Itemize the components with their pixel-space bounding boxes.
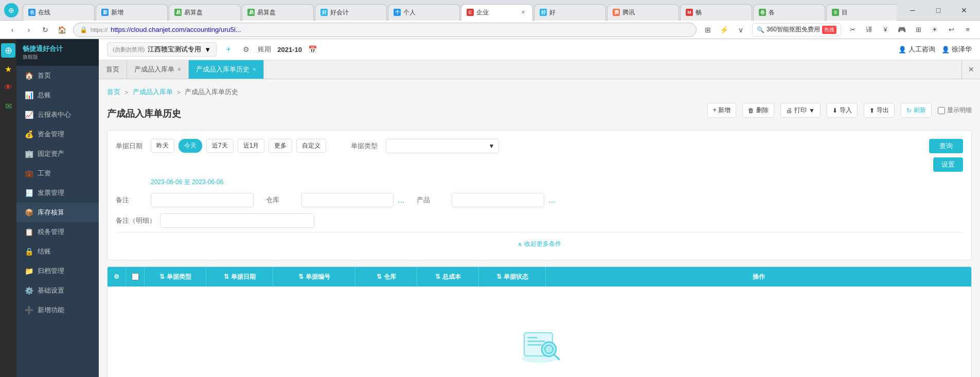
show-detail-checkbox[interactable] bbox=[938, 107, 945, 114]
browser-tab-t2[interactable]: 新 新增 bbox=[96, 4, 168, 21]
browser-tab-t12[interactable]: S 目 bbox=[826, 4, 897, 21]
sidebar-item-reports[interactable]: 📈 云报表中心 bbox=[16, 105, 99, 124]
company-selector[interactable]: (勿删勿禁用) 江西赣宝测试专用 ▼ bbox=[107, 42, 217, 57]
brightness-icon[interactable]: ☀ bbox=[928, 23, 942, 37]
browser-tab-t1[interactable]: 在 在线 bbox=[23, 4, 95, 21]
minimize-button[interactable]: ─ bbox=[901, 3, 924, 17]
sidebar-item-home[interactable]: 🏠 首页 bbox=[16, 66, 99, 85]
today-btn[interactable]: 今天 bbox=[179, 139, 202, 153]
browser-tab-t5[interactable]: 好 好会计 bbox=[315, 4, 387, 21]
reload-button[interactable]: ↻ bbox=[38, 23, 52, 37]
delete-button[interactable]: 🗑 删除 bbox=[742, 103, 774, 118]
more-icon[interactable]: ≡ bbox=[960, 23, 975, 37]
url-bar[interactable]: 🔒 https:// https://cloud.chanjet.com/acc… bbox=[73, 23, 697, 37]
sidebar-item-payroll[interactable]: 💼 工资 bbox=[16, 164, 99, 183]
select-all-checkbox[interactable] bbox=[132, 273, 139, 280]
grid-icon[interactable]: ⊞ bbox=[701, 23, 715, 37]
translate-icon[interactable]: 译 bbox=[862, 23, 876, 37]
browser-tab-t8[interactable]: 好 好 bbox=[534, 4, 606, 21]
refresh-button[interactable]: ↻ 刷新 bbox=[901, 103, 932, 118]
sidebar-item-more[interactable]: ➕ 新增功能 bbox=[16, 300, 99, 320]
query-button[interactable]: 查询 bbox=[929, 139, 963, 153]
calendar-icon[interactable]: 📅 bbox=[308, 45, 317, 53]
sidebar-item-assets[interactable]: 🏢 固定资产 bbox=[16, 144, 99, 164]
currency-icon[interactable]: ¥ bbox=[878, 23, 893, 37]
yesterday-btn[interactable]: 昨天 bbox=[151, 139, 174, 153]
browser-tab-t4[interactable]: 易 易算盘 bbox=[242, 4, 314, 21]
sidebar-app-icon-3[interactable]: 👁 bbox=[1, 80, 15, 95]
home-button[interactable]: 🏠 bbox=[55, 23, 69, 37]
sidebar-app-icon-4[interactable]: ✉ bbox=[1, 99, 15, 113]
browser-tab-t6[interactable]: 个 个人 bbox=[388, 4, 460, 21]
sidebar-item-closing[interactable]: 🔒 结账 bbox=[16, 242, 99, 261]
new-button[interactable]: + 新增 bbox=[707, 103, 736, 118]
th-cost[interactable]: ⇅ 总成本 bbox=[417, 267, 479, 286]
show-detail-toggle[interactable]: 显示明细 bbox=[938, 106, 972, 115]
consult-link[interactable]: 👤 人工咨询 bbox=[898, 45, 935, 54]
close-all-tabs-button[interactable]: × bbox=[961, 60, 980, 79]
page-tab-list[interactable]: 产成品入库单 × bbox=[127, 60, 189, 79]
th-status[interactable]: ⇅ 单据状态 bbox=[479, 267, 546, 286]
sidebar-item-fund[interactable]: 💰 资金管理 bbox=[16, 124, 99, 144]
note-input[interactable] bbox=[151, 193, 254, 207]
detail-note-input[interactable] bbox=[160, 213, 314, 228]
th-warehouse-label: 仓库 bbox=[384, 273, 396, 281]
sidebar-app-icon-1[interactable]: ⊕ bbox=[1, 43, 15, 58]
th-number[interactable]: ⇅ 单据编号 bbox=[273, 267, 355, 286]
th-date[interactable]: ⇅ 单据日期 bbox=[206, 267, 273, 286]
sidebar-app-icon-2[interactable]: ★ bbox=[1, 62, 15, 76]
th-type[interactable]: ⇅ 单据类型 bbox=[145, 267, 206, 286]
user-profile[interactable]: 👤 徐泽华 bbox=[941, 45, 972, 54]
th-warehouse[interactable]: ⇅ 仓库 bbox=[355, 267, 417, 286]
undo-icon[interactable]: ↩ bbox=[944, 23, 958, 37]
th-gear[interactable]: ⚙ bbox=[108, 267, 126, 286]
search-bar-360[interactable]: 🔍 360智能抠图免费用 热搜 bbox=[752, 23, 841, 37]
collapse-button[interactable]: ∧ 收起更多条件 bbox=[116, 237, 963, 252]
warehouse-input[interactable] bbox=[301, 193, 394, 207]
th-checkbox[interactable] bbox=[126, 267, 145, 286]
th-type-label: 单据类型 bbox=[167, 273, 191, 281]
print-button[interactable]: 🖨 打印 ▼ bbox=[780, 103, 821, 118]
warehouse-dots-icon[interactable]: ... bbox=[398, 195, 404, 205]
breadcrumb-list-link[interactable]: 产成品入库单 bbox=[133, 87, 173, 97]
back-button[interactable]: ‹ bbox=[5, 23, 20, 37]
month-btn[interactable]: 近1月 bbox=[238, 139, 265, 153]
more-date-btn[interactable]: 更多 bbox=[269, 139, 292, 153]
week-btn[interactable]: 近7天 bbox=[206, 139, 234, 153]
sidebar-item-archive[interactable]: 📁 归档管理 bbox=[16, 261, 99, 281]
sidebar-item-inventory[interactable]: 📦 库存核算 bbox=[16, 203, 99, 222]
sidebar-item-settings[interactable]: ⚙️ 基础设置 bbox=[16, 281, 99, 300]
page-tab-list-close-icon[interactable]: × bbox=[177, 66, 181, 73]
sidebar-item-invoice[interactable]: 🧾 发票管理 bbox=[16, 183, 99, 203]
type-select[interactable]: ▼ bbox=[386, 139, 499, 153]
close-button[interactable]: ✕ bbox=[952, 3, 976, 17]
tab-close-icon[interactable]: × bbox=[519, 8, 527, 16]
product-input[interactable] bbox=[452, 193, 544, 207]
maximize-button[interactable]: □ bbox=[926, 3, 950, 17]
page-tab-home[interactable]: 首页 bbox=[99, 60, 127, 79]
add-company-button[interactable]: + bbox=[223, 44, 234, 55]
browser-tab-t10[interactable]: M 畅 bbox=[680, 4, 752, 21]
tab-favicon: 各 bbox=[759, 9, 766, 16]
page-tab-history[interactable]: 产成品入库单历史 × bbox=[189, 60, 264, 79]
browser-tab-t7[interactable]: C 企业 × bbox=[461, 4, 533, 21]
product-dots-icon[interactable]: ... bbox=[548, 195, 555, 205]
breadcrumb-home-link[interactable]: 首页 bbox=[107, 87, 120, 97]
sidebar-item-ledger[interactable]: 📊 总账 bbox=[16, 85, 99, 105]
browser-tab-t3[interactable]: 易 易算盘 bbox=[169, 4, 241, 21]
sidebar-item-tax[interactable]: 📋 税务管理 bbox=[16, 222, 99, 242]
grid2-icon[interactable]: ⊞ bbox=[911, 23, 925, 37]
browser-tab-t9[interactable]: 腾 腾讯 bbox=[607, 4, 679, 21]
page-tab-history-close-icon[interactable]: × bbox=[253, 66, 256, 73]
custom-date-btn[interactable]: 自定义 bbox=[296, 139, 326, 153]
setting-button[interactable]: 设置 bbox=[933, 157, 963, 172]
export-button[interactable]: ⬆ 导出 bbox=[864, 103, 895, 118]
game-icon[interactable]: 🎮 bbox=[895, 23, 909, 37]
forward-button[interactable]: › bbox=[22, 23, 36, 37]
import-button[interactable]: ⬇ 导入 bbox=[827, 103, 858, 118]
flash-icon[interactable]: ⚡ bbox=[717, 23, 732, 37]
scissors-icon[interactable]: ✂ bbox=[845, 23, 860, 37]
browser-tab-t11[interactable]: 各 各 bbox=[753, 4, 825, 21]
dropdown-icon[interactable]: ∨ bbox=[734, 23, 748, 37]
settings-gear-icon[interactable]: ⚙ bbox=[240, 44, 252, 55]
